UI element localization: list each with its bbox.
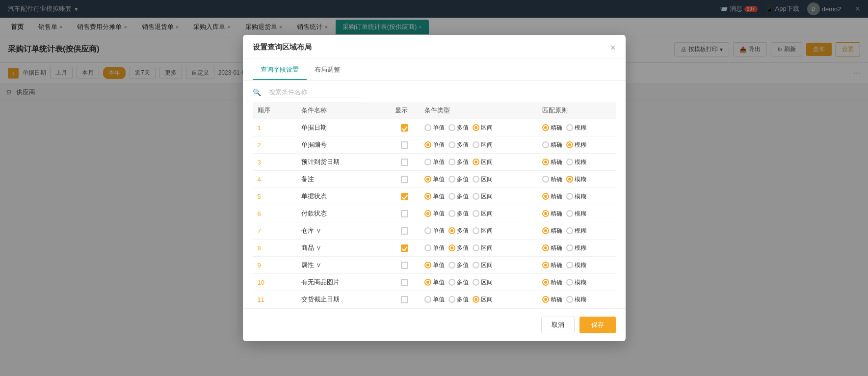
radio-match-exact[interactable]: 精确 (542, 158, 562, 166)
row-condition-type: 单值多值区间 (420, 274, 537, 291)
row-show (390, 257, 420, 274)
radio-type-range[interactable]: 区间 (473, 210, 493, 218)
radio-match-fuzzy[interactable]: 模糊 (566, 261, 586, 269)
radio-match-exact[interactable]: 精确 (542, 175, 562, 184)
radio-type-multi[interactable]: 多值 (448, 244, 469, 252)
radio-type-single[interactable]: 单值 (424, 210, 445, 218)
row-condition-type: 单值多值区间 (420, 222, 537, 240)
row-name: 商品 ∨ (296, 240, 390, 257)
radio-type-single[interactable]: 单值 (424, 261, 445, 269)
modal-close-btn[interactable]: × (610, 43, 616, 52)
radio-match-exact[interactable]: 精确 (542, 261, 562, 269)
modal-tab-bar: 查询字段设置 布局调整 (243, 60, 626, 81)
row-match-rule: 精确模糊 (537, 136, 616, 154)
row-condition-type: 单值多值区间 (420, 240, 537, 257)
row-match-rule: 精确模糊 (537, 119, 616, 136)
radio-type-range[interactable]: 区间 (473, 141, 493, 149)
row-match-rule: 精确模糊 (537, 171, 616, 188)
row-order: 11 (253, 291, 296, 308)
radio-match-exact[interactable]: 精确 (542, 278, 562, 287)
radio-match-fuzzy[interactable]: 模糊 (566, 227, 586, 235)
row-condition-type: 单值多值区间 (420, 291, 537, 308)
row-name: 交货截止日期 (296, 291, 390, 308)
radio-match-fuzzy[interactable]: 模糊 (566, 278, 586, 287)
row-order: 10 (253, 274, 296, 291)
radio-type-range[interactable]: 区间 (473, 158, 493, 166)
radio-match-fuzzy[interactable]: 模糊 (566, 295, 586, 304)
radio-type-single[interactable]: 单值 (424, 278, 445, 287)
show-checkbox[interactable] (401, 227, 408, 235)
radio-type-single[interactable]: 单值 (424, 124, 445, 132)
radio-match-exact[interactable]: 精确 (542, 295, 562, 304)
radio-type-single[interactable]: 单值 (424, 158, 445, 166)
modal-table-area: 顺序 条件名称 显示 条件类型 匹配原则 1单据日期单值多值区间精确模糊2单据编… (243, 102, 626, 308)
radio-match-fuzzy[interactable]: 模糊 (566, 210, 586, 218)
search-input[interactable] (265, 86, 363, 98)
table-row: 8商品 ∨单值多值区间精确模糊 (253, 240, 616, 257)
radio-type-single[interactable]: 单值 (424, 227, 445, 235)
table-row: 1单据日期单值多值区间精确模糊 (253, 119, 616, 136)
show-checkbox[interactable] (401, 141, 408, 149)
row-match-rule: 精确模糊 (537, 188, 616, 205)
modal-tab-query-fields[interactable]: 查询字段设置 (253, 60, 307, 80)
radio-type-multi[interactable]: 多值 (448, 227, 469, 235)
radio-type-multi[interactable]: 多值 (448, 210, 469, 218)
cancel-btn[interactable]: 取消 (541, 317, 575, 333)
col-header-show: 显示 (390, 102, 420, 119)
radio-type-range[interactable]: 区间 (473, 124, 493, 132)
radio-type-multi[interactable]: 多值 (448, 278, 469, 287)
modal-tab-layout[interactable]: 布局调整 (307, 60, 348, 80)
radio-match-exact[interactable]: 精确 (542, 124, 562, 132)
row-order: 8 (253, 240, 296, 257)
radio-type-range[interactable]: 区间 (473, 175, 493, 184)
radio-match-fuzzy[interactable]: 模糊 (566, 124, 586, 132)
show-checkbox[interactable] (401, 296, 408, 303)
modal-footer: 取消 保存 (243, 308, 626, 341)
radio-match-fuzzy[interactable]: 模糊 (566, 192, 586, 201)
radio-match-fuzzy[interactable]: 模糊 (566, 141, 586, 149)
radio-match-exact[interactable]: 精确 (542, 192, 562, 201)
radio-match-fuzzy[interactable]: 模糊 (566, 175, 586, 184)
radio-type-single[interactable]: 单值 (424, 192, 445, 201)
modal-tab-layout-label: 布局调整 (315, 66, 340, 73)
radio-type-multi[interactable]: 多值 (448, 141, 469, 149)
radio-match-fuzzy[interactable]: 模糊 (566, 158, 586, 166)
show-checkbox[interactable] (401, 244, 408, 252)
radio-type-multi[interactable]: 多值 (448, 295, 469, 304)
row-condition-type: 单值多值区间 (420, 136, 537, 154)
show-checkbox[interactable] (401, 279, 408, 286)
row-order: 6 (253, 205, 296, 222)
radio-type-multi[interactable]: 多值 (448, 124, 469, 132)
show-checkbox[interactable] (401, 124, 408, 132)
radio-type-single[interactable]: 单值 (424, 175, 445, 184)
row-show (390, 154, 420, 171)
radio-match-exact[interactable]: 精确 (542, 244, 562, 252)
radio-match-exact[interactable]: 精确 (542, 227, 562, 235)
show-checkbox[interactable] (401, 262, 408, 269)
radio-type-multi[interactable]: 多值 (448, 175, 469, 184)
radio-type-multi[interactable]: 多值 (448, 158, 469, 166)
radio-type-single[interactable]: 单值 (424, 244, 445, 252)
radio-match-exact[interactable]: 精确 (542, 210, 562, 218)
save-btn[interactable]: 保存 (579, 317, 616, 333)
show-checkbox[interactable] (401, 176, 408, 183)
row-condition-type: 单值多值区间 (420, 119, 537, 136)
radio-type-range[interactable]: 区间 (473, 227, 493, 235)
radio-type-multi[interactable]: 多值 (448, 192, 469, 201)
row-order: 4 (253, 171, 296, 188)
row-condition-type: 单值多值区间 (420, 205, 537, 222)
show-checkbox[interactable] (401, 210, 408, 217)
settings-modal: 设置查询区域布局 × 查询字段设置 布局调整 🔍 顺序 条件名称 (243, 35, 626, 341)
radio-type-single[interactable]: 单值 (424, 295, 445, 304)
radio-type-range[interactable]: 区间 (473, 244, 493, 252)
radio-type-single[interactable]: 单值 (424, 141, 445, 149)
show-checkbox[interactable] (401, 159, 408, 166)
radio-type-range[interactable]: 区间 (473, 295, 493, 304)
radio-match-exact[interactable]: 精确 (542, 141, 562, 149)
radio-type-range[interactable]: 区间 (473, 261, 493, 269)
radio-type-range[interactable]: 区间 (473, 192, 493, 201)
radio-type-multi[interactable]: 多值 (448, 261, 469, 269)
radio-match-fuzzy[interactable]: 模糊 (566, 244, 586, 252)
radio-type-range[interactable]: 区间 (473, 278, 493, 287)
show-checkbox[interactable] (401, 193, 408, 200)
